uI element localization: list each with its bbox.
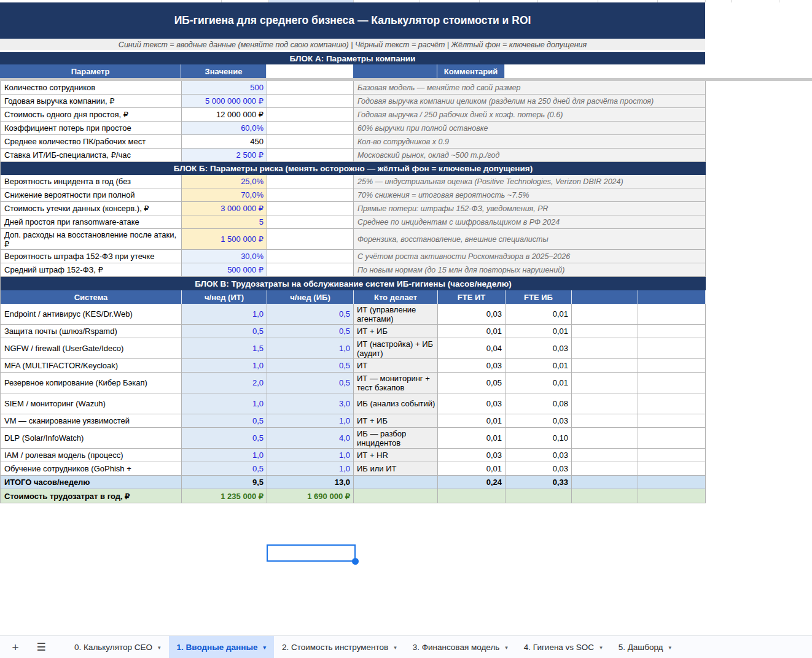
hours-ib-cell[interactable]: 0,5 — [267, 359, 354, 373]
sheet-tab-0[interactable]: 0. Калькулятор CEO▾ — [66, 636, 169, 658]
table-row: Дней простоя при ransomware-атаке5Средне… — [1, 215, 706, 229]
system-label: IAM / ролевая модель (процесс) — [1, 449, 182, 462]
table-row: NGFW / firewall (UserGate/Ideco)1,51,0ИТ… — [1, 338, 706, 359]
param-value-cell[interactable]: 500 — [182, 81, 267, 95]
sheet-tab-label: 2. Стоимость инструментов — [282, 643, 388, 652]
sheet-tab-3[interactable]: 3. Финансовая модель▾ — [405, 636, 516, 658]
param-value-cell[interactable]: 5 000 000 000 ₽ — [182, 95, 267, 108]
hours-it-cell[interactable]: 0,5 — [182, 414, 267, 428]
param-value-cell[interactable]: 30,0% — [182, 250, 267, 263]
hours-ib-cell[interactable]: 0,5 — [267, 304, 354, 325]
fill-handle[interactable] — [352, 558, 359, 565]
spreadsheet-view: ИБ-гигиена для среднего бизнеса — Кальку… — [0, 0, 812, 658]
add-sheet-icon[interactable]: + — [6, 636, 25, 658]
block-a-rows: Количество сотрудников500Базовая модель … — [1, 81, 706, 162]
hours-ib-cell[interactable]: 1,0 — [267, 338, 354, 359]
tab-dropdown-caret-icon[interactable]: ▾ — [394, 644, 397, 651]
total-fte-ib: 0,33 — [506, 476, 572, 489]
system-label: NGFW / firewall (UserGate/Ideco) — [1, 338, 182, 359]
labor-cost-row: Стоимость трудозатрат в год, ₽ 1 235 000… — [1, 489, 706, 503]
spacer-cell — [267, 188, 354, 202]
table-row: Средний штраф 152-ФЗ, ₽500 000 ₽По новым… — [1, 263, 706, 277]
table-row: Доп. расходы на восстановление после ата… — [1, 229, 706, 250]
sheet-tab-4[interactable]: 4. Гигиена vs SOC▾ — [516, 636, 611, 658]
hours-it-cell[interactable]: 1,5 — [182, 338, 267, 359]
hours-ib-cell[interactable]: 3,0 — [267, 393, 354, 414]
param-value-cell[interactable]: 450 — [182, 135, 267, 149]
who-does-cell: ИТ (настройка) + ИБ (аудит) — [354, 338, 438, 359]
empty-cell — [638, 428, 706, 449]
hours-ib-cell[interactable]: 0,5 — [267, 325, 354, 338]
tab-dropdown-caret-icon[interactable]: ▾ — [158, 644, 161, 651]
all-sheets-menu-icon[interactable]: ☰ — [32, 636, 50, 658]
table-row: Среднее количество ПК/рабочих мест450Кол… — [1, 135, 706, 149]
param-value-cell[interactable]: 500 000 ₽ — [182, 263, 267, 277]
sheet-tab-label: 0. Калькулятор CEO — [74, 643, 152, 652]
table-row: Ставка ИТ/ИБ-специалиста, ₽/час2 500 ₽Мо… — [1, 149, 706, 162]
system-label: Endpoint / антивирус (KES/Dr.Web) — [1, 304, 182, 325]
who-does-cell: ИБ — разбор инцидентов — [354, 428, 438, 449]
hours-ib-cell[interactable]: 1,0 — [267, 462, 354, 476]
hours-it-cell[interactable]: 1,0 — [182, 449, 267, 462]
fte-it-cell: 0,01 — [438, 414, 506, 428]
sheet-tab-1[interactable]: 1. Вводные данные▾ — [169, 636, 274, 658]
param-label: Среднее количество ПК/рабочих мест — [1, 135, 182, 149]
table-row: DLP (Solar/InfoWatch)0,54,0ИБ — разбор и… — [1, 428, 706, 449]
hours-it-cell[interactable]: 2,0 — [182, 373, 267, 393]
hours-ib-cell[interactable]: 4,0 — [267, 428, 354, 449]
empty-cell — [572, 325, 638, 338]
param-comment: С учётом роста активности Роскомнадзора … — [354, 250, 706, 263]
table-row: Снижение вероятности при полной70,0%70% … — [1, 188, 706, 202]
tab-dropdown-caret-icon[interactable]: ▾ — [505, 644, 508, 651]
system-label: MFA (MULTIFACTOR/Keycloak) — [1, 359, 182, 373]
param-value-cell[interactable]: 12 000 000 ₽ — [182, 108, 267, 122]
hours-it-cell[interactable]: 1,0 — [182, 359, 267, 373]
param-label: Ставка ИТ/ИБ-специалиста, ₽/час — [1, 149, 182, 162]
param-label: Стоимость одного дня простоя, ₽ — [1, 108, 182, 122]
empty-cell — [572, 373, 638, 393]
hours-ib-cell[interactable]: 1,0 — [267, 414, 354, 428]
param-value-cell[interactable]: 25,0% — [182, 175, 267, 188]
sheet-tab-2[interactable]: 2. Стоимость инструментов▾ — [274, 636, 405, 658]
table-row: Обучение сотрудников (GoPhish +0,51,0ИБ … — [1, 462, 706, 476]
total-fte-it: 0,24 — [438, 476, 506, 489]
block-a-header: БЛОК А: Параметры компании — [0, 52, 705, 64]
hours-it-cell[interactable]: 0,5 — [182, 325, 267, 338]
hours-it-cell[interactable]: 1,0 — [182, 393, 267, 414]
hours-it-cell[interactable]: 0,5 — [182, 462, 267, 476]
legend-note: Синий текст = вводные данные (меняйте по… — [0, 39, 705, 50]
cost-label: Стоимость трудозатрат в год, ₽ — [1, 489, 182, 503]
hours-it-cell[interactable]: 1,0 — [182, 304, 267, 325]
column-header-hours-ib: ч/нед (ИБ) — [267, 290, 354, 304]
param-comment: По новым нормам (до 15 млн для повторных… — [354, 263, 706, 277]
hours-it-cell[interactable]: 0,5 — [182, 428, 267, 449]
column-header-hours-it: ч/нед (ИТ) — [182, 290, 267, 304]
param-value-cell[interactable]: 70,0% — [182, 188, 267, 202]
fte-it-cell: 0,03 — [438, 393, 506, 414]
table-row: Стоимость утечки данных (консерв.), ₽3 0… — [1, 202, 706, 215]
param-value-cell[interactable]: 3 000 000 ₽ — [182, 202, 267, 215]
fte-ib-cell: 0,03 — [506, 449, 572, 462]
block-c-rows: Endpoint / антивирус (KES/Dr.Web)1,00,5И… — [1, 304, 706, 476]
total-hours-row: ИТОГО часов/неделю 9,5 13,0 0,24 0,33 — [1, 476, 706, 489]
sheet-title: ИБ-гигиена для среднего бизнеса — Кальку… — [0, 2, 705, 39]
tab-dropdown-caret-icon[interactable]: ▾ — [263, 644, 266, 651]
param-value-cell[interactable]: 5 — [182, 215, 267, 229]
fte-ib-cell: 0,03 — [506, 338, 572, 359]
selected-cell-outline[interactable] — [267, 544, 356, 562]
hours-ib-cell[interactable]: 0,5 — [267, 373, 354, 393]
tab-dropdown-caret-icon[interactable]: ▾ — [668, 644, 671, 651]
empty-cell — [638, 373, 706, 393]
table-row: Вероятность инцидента в год (без25,0%25%… — [1, 175, 706, 188]
param-value-cell[interactable]: 2 500 ₽ — [182, 149, 267, 162]
param-value-cell[interactable]: 60,0% — [182, 122, 267, 135]
param-value-cell[interactable]: 1 500 000 ₽ — [182, 229, 267, 250]
who-does-cell: ИТ + HR — [354, 449, 438, 462]
sheet-tab-5[interactable]: 5. Дашборд▾ — [611, 636, 679, 658]
system-label: DLP (Solar/InfoWatch) — [1, 428, 182, 449]
tab-dropdown-caret-icon[interactable]: ▾ — [599, 644, 603, 651]
hours-ib-cell[interactable]: 1,0 — [267, 449, 354, 462]
empty-cell — [572, 428, 638, 449]
empty-cell — [638, 359, 706, 373]
fte-it-cell: 0,01 — [438, 325, 506, 338]
